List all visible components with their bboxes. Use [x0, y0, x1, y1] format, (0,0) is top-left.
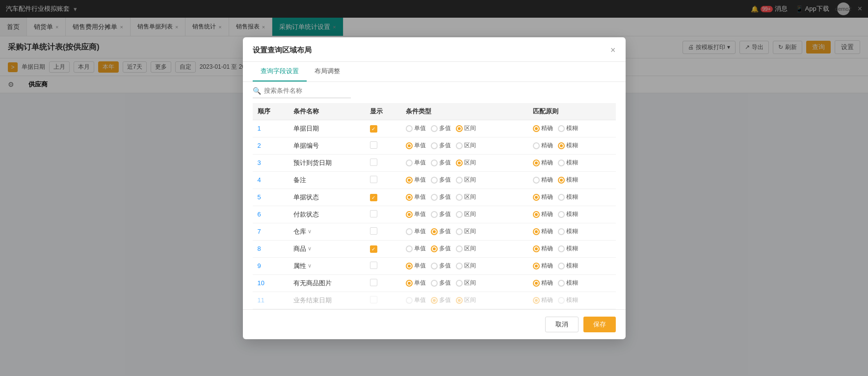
tab-layout[interactable]: 布局调整 [307, 62, 348, 81]
search-input[interactable] [264, 87, 342, 93]
modal-search-bar: 🔍 [243, 82, 626, 94]
tab-query-fields[interactable]: 查询字段设置 [253, 62, 307, 81]
modal-overlay: 设置查询区域布局 × 查询字段设置 布局调整 🔍 顺序 [0, 0, 868, 93]
modal-close-button[interactable]: × [610, 45, 616, 55]
modal-title: 设置查询区域布局 [253, 46, 312, 55]
search-input-wrapper: 🔍 [253, 87, 351, 94]
modal-header: 设置查询区域布局 × [243, 37, 626, 62]
settings-modal: 设置查询区域布局 × 查询字段设置 布局调整 🔍 顺序 [243, 37, 626, 94]
modal-tabs: 查询字段设置 布局调整 [243, 62, 626, 82]
tab-layout-label: 布局调整 [315, 67, 340, 75]
search-icon: 🔍 [253, 87, 261, 94]
tab-query-fields-label: 查询字段设置 [261, 67, 299, 75]
